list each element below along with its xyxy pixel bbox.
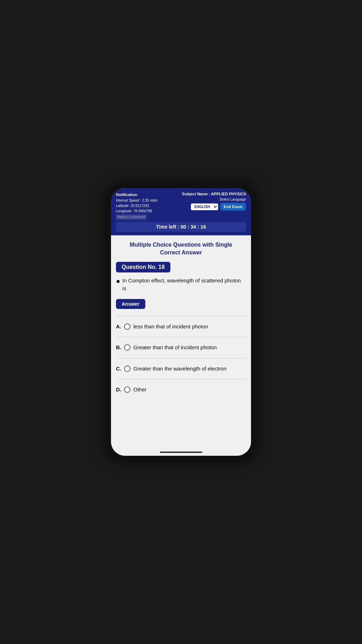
app-header: Notification Internet Speed : 2.35 mb/s … [111,188,251,235]
option-a-label: A. [116,323,121,331]
divider-d [116,379,246,379]
answer-badge: Answer [116,299,145,309]
divider-a [116,316,246,316]
select-language-label: Select Language [220,197,246,201]
time-display: Time left : 00 : 34 : 16 [116,222,246,232]
option-a-row[interactable]: A. less than that of incident photon [116,320,246,334]
divider-b [116,337,246,337]
language-select[interactable]: ENGLISH [191,203,218,210]
section-title: Multiple Choice Questions with Single Co… [116,241,246,257]
internet-speed: Internet Speed : 2.35 mb/s [116,198,158,203]
section-title-line2: Correct Answer [160,249,202,255]
option-c-radio[interactable] [124,366,130,372]
end-exam-button[interactable]: End Exam [220,203,246,211]
radio-status: Radio is Connected [116,214,147,220]
phone-device: Notification Internet Speed : 2.35 mb/s … [107,184,255,460]
option-b-label: B. [116,344,121,352]
phone-screen: Notification Internet Speed : 2.35 mb/s … [111,188,251,456]
subject-name: Subject Name : APPLIED PHYSICS [182,192,246,196]
option-a-text: less than that of incident photon [133,323,246,331]
header-right-info: Subject Name : APPLIED PHYSICS Select La… [182,192,246,211]
section-title-line1: Multiple Choice Questions with Single [130,242,232,248]
option-a-radio[interactable] [124,323,130,330]
question-badge: Question No. 18 [116,262,170,272]
language-row: ENGLISH End Exam [191,203,246,211]
notification-label: Notification [116,192,158,198]
question-bullet: ● [116,277,120,285]
option-b-text: Greater than that of incident photon [133,344,246,352]
option-c-text: Greater than the wavelength of electron [133,365,246,373]
option-c-row[interactable]: C. Greater than the wavelength of electr… [116,362,246,376]
main-content: Multiple Choice Questions with Single Co… [111,235,251,447]
bottom-area [111,447,251,456]
question-text: ● In Compton effect, wavelength of scatt… [116,277,246,293]
option-d-row[interactable]: D. Other [116,383,246,397]
question-body: In Compton effect, wavelength of scatter… [122,277,246,293]
header-left-info: Notification Internet Speed : 2.35 mb/s … [116,192,158,220]
option-c-label: C. [116,365,121,373]
home-indicator [160,452,202,453]
option-d-text: Other [133,386,246,394]
option-d-label: D. [116,386,121,394]
latitude: Latitude: 20.9217292 [116,203,158,208]
divider-c [116,358,246,358]
option-d-radio[interactable] [124,386,130,393]
option-b-radio[interactable] [124,344,130,351]
longitude: Longitude: 78.9466786 [116,208,158,214]
option-b-row[interactable]: B. Greater than that of incident photon [116,341,246,355]
